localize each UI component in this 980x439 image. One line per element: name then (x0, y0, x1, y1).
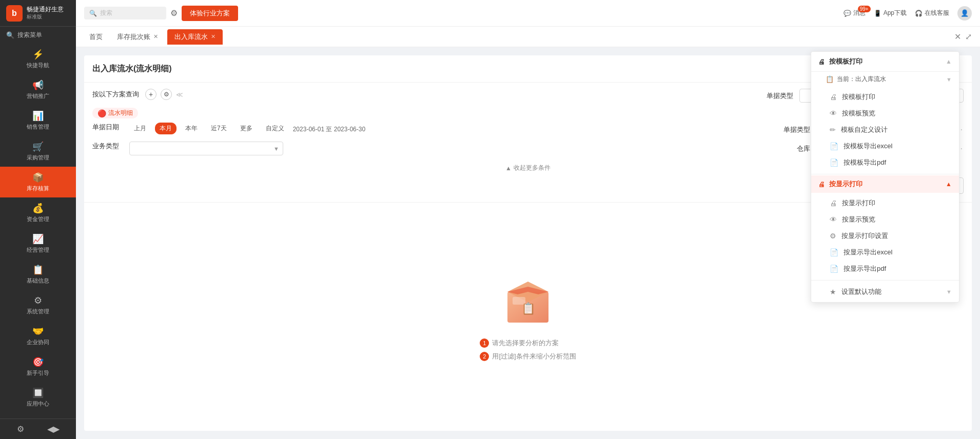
item-pdf-icon: 📄 (830, 158, 838, 167)
finance-icon: 💰 (32, 203, 44, 214)
current-template-icon: 📋 (826, 75, 834, 83)
expand-window-btn[interactable]: ⤢ (965, 32, 972, 42)
tag-icon: 🔴 (97, 109, 106, 117)
collapse-btn[interactable]: ▲ 收起更多条件 (505, 164, 551, 172)
sidebar-item-finance[interactable]: 💰 资金管理 (0, 197, 76, 228)
basic-icon: 📋 (32, 264, 44, 275)
inventory-icon: 📦 (32, 172, 44, 183)
current-template-row[interactable]: 📋 当前：出入库流水 ▼ (811, 72, 959, 87)
tab-batch-account-close[interactable]: ✕ (153, 33, 158, 40)
dropdown-display-print-settings[interactable]: ⚙ 按显示打印设置 (811, 228, 959, 244)
display-print-header-icon: 🖨 (818, 181, 825, 188)
display-section-collapse-icon: ▲ (946, 181, 952, 188)
set-default-section: ★ 设置默认功能 ▼ (811, 282, 959, 302)
message-badge: 99+ (858, 6, 871, 12)
app-download-btn[interactable]: 📱 App下载 (874, 9, 907, 17)
display-print-header[interactable]: 🖨 按显示打印 ▲ (811, 175, 959, 193)
business-type-select[interactable] (129, 142, 283, 155)
tab-inventory-flow[interactable]: 出入库流水 ✕ (167, 29, 223, 45)
tab-home[interactable]: 首页 (84, 29, 108, 45)
item-printer-icon: 🖨 (830, 93, 837, 101)
sidebar-item-apps[interactable]: 🔲 应用中心 (0, 382, 76, 413)
add-condition-btn[interactable]: + (145, 89, 156, 100)
sidebar-item-quick-nav[interactable]: ⚡ 快捷导航 (0, 44, 76, 74)
disp-pdf-icon: 📄 (830, 265, 838, 273)
tabs-bar: 首页 库存批次账 ✕ 出入库流水 ✕ ✕ ⤢ (76, 27, 980, 47)
topbar: 🔍 搜索 ⚙ 体验行业方案 💬 消息 99+ 📱 App下载 🎧 在线客服 👤 (76, 0, 980, 27)
window-controls: ✕ ⤢ (954, 32, 972, 42)
topbar-search-icon: 🔍 (89, 10, 97, 17)
tab-inventory-flow-close[interactable]: ✕ (211, 33, 215, 40)
sidebar-item-inventory[interactable]: 📦 库存核算 (0, 167, 76, 197)
dropdown-template-preview[interactable]: 👁 按模板预览 (811, 105, 959, 122)
dropdown-template-export-excel[interactable]: 📄 按模板导出excel (811, 138, 959, 154)
dropdown-template-custom[interactable]: ✏ 模板自定义设计 (811, 122, 959, 138)
dropdown-display-export-pdf[interactable]: 📄 按显示导出pdf (811, 261, 959, 277)
avatar-icon: 👤 (961, 9, 969, 17)
dropdown-display-export-excel[interactable]: 📄 按显示导出excel (811, 244, 959, 261)
quick-nav-icon: ⚡ (32, 49, 44, 60)
sidebar-item-operations[interactable]: 📈 经营管理 (0, 228, 76, 259)
sidebar-settings-btn[interactable]: ⚙ (17, 424, 24, 434)
sidebar-search[interactable]: 🔍 搜索菜单 (0, 27, 76, 44)
topbar-left: 🔍 搜索 ⚙ 体验行业方案 (84, 6, 837, 21)
dropdown-template-export-pdf[interactable]: 📄 按模板导出pdf (811, 154, 959, 171)
industry-btn[interactable]: 体验行业方案 (182, 6, 238, 21)
sidebar: b 畅捷通好生意 标准版 🔍 搜索菜单 ⚡ 快捷导航 📢 营销推广 📊 销售管理… (0, 0, 76, 439)
sidebar-item-collab[interactable]: 🤝 企业协同 (0, 321, 76, 351)
dropdown-template-print[interactable]: 🖨 按模板打印 (811, 89, 959, 105)
topbar-settings-icon[interactable]: ⚙ (170, 8, 178, 18)
dropdown-set-default[interactable]: ★ 设置默认功能 ▼ (811, 284, 959, 300)
sales-icon: 📊 (32, 110, 44, 122)
date-btn-more[interactable]: 更多 (236, 123, 257, 134)
close-window-btn[interactable]: ✕ (954, 32, 961, 42)
display-print-section: 🖨 按显示打印 👁 按显示预览 ⚙ 按显示打印设置 📄 按显示导出excel 📄… (811, 193, 959, 279)
item-excel-icon: 📄 (830, 142, 838, 150)
set-default-chevron-icon: ▼ (946, 289, 952, 295)
headphone-icon: 🎧 (915, 10, 923, 17)
flow-detail-tag[interactable]: 🔴 流水明细 (92, 108, 138, 118)
date-btn-this-year[interactable]: 本年 (181, 123, 202, 134)
sidebar-item-guide[interactable]: 🎯 新手引导 (0, 351, 76, 382)
current-chevron-icon: ▼ (946, 76, 952, 83)
filter-settings-btn[interactable]: ⚙ (161, 89, 172, 100)
star-icon: ★ (830, 288, 836, 296)
collapse-left-btn[interactable]: ≪ (176, 91, 183, 98)
user-avatar[interactable]: 👤 (957, 6, 972, 21)
dropdown-display-print[interactable]: 🖨 按显示打印 (811, 195, 959, 211)
dropdown-header[interactable]: 🖨 按模板打印 ▲ (811, 52, 959, 72)
sidebar-toggle-btn[interactable]: ◀▶ (47, 424, 60, 434)
item-edit-icon: ✏ (830, 126, 836, 134)
sidebar-item-marketing[interactable]: 📢 营销推广 (0, 74, 76, 105)
date-btn-last-month[interactable]: 上月 (129, 123, 151, 134)
sidebar-menu: ⚡ 快捷导航 📢 营销推广 📊 销售管理 🛒 采购管理 📦 库存核算 💰 资金管… (0, 44, 76, 418)
messages-btn[interactable]: 💬 消息 99+ (844, 9, 866, 17)
disp-printer-icon: 🖨 (830, 199, 837, 207)
system-icon: ⚙ (34, 295, 42, 306)
guide-icon: 🎯 (32, 356, 44, 368)
date-btn-7days[interactable]: 近7天 (206, 123, 231, 134)
dropdown-divider-2 (811, 280, 959, 281)
tab-batch-account[interactable]: 库存批次账 ✕ (110, 29, 165, 45)
disp-excel-icon: 📄 (830, 248, 838, 256)
template-print-dropdown: 🖨 按模板打印 ▲ 📋 当前：出入库流水 ▼ 🖨 按模板打印 👁 按模板预览 ✏… (811, 51, 959, 303)
sidebar-item-basic[interactable]: 📋 基础信息 (0, 259, 76, 290)
topbar-search-box[interactable]: 🔍 搜索 (84, 7, 166, 19)
online-service-btn[interactable]: 🎧 在线客服 (915, 9, 949, 17)
topbar-right: 💬 消息 99+ 📱 App下载 🎧 在线客服 👤 (844, 6, 972, 21)
date-btn-this-month[interactable]: 本月 (155, 123, 177, 134)
operations-icon: 📈 (32, 233, 44, 245)
sidebar-item-sales[interactable]: 📊 销售管理 (0, 105, 76, 136)
svg-text:📋: 📋 (521, 302, 536, 315)
sidebar-item-wechat[interactable]: 💬 企业微信 (0, 413, 76, 418)
disp-preview-icon: 👁 (830, 215, 837, 224)
dropdown-display-preview[interactable]: 👁 按显示预览 (811, 211, 959, 228)
chevron-up-icon: ▲ (505, 165, 512, 172)
sidebar-item-purchase[interactable]: 🛒 采购管理 (0, 136, 76, 167)
purchase-icon: 🛒 (32, 141, 44, 152)
message-icon: 💬 (844, 10, 851, 17)
page-title: 出入库流水(流水明细) (92, 64, 172, 74)
template-print-section: 🖨 按模板打印 👁 按模板预览 ✏ 模板自定义设计 📄 按模板导出excel 📄… (811, 87, 959, 173)
sidebar-item-system[interactable]: ⚙ 系统管理 (0, 290, 76, 321)
date-btn-custom[interactable]: 自定义 (261, 123, 289, 134)
